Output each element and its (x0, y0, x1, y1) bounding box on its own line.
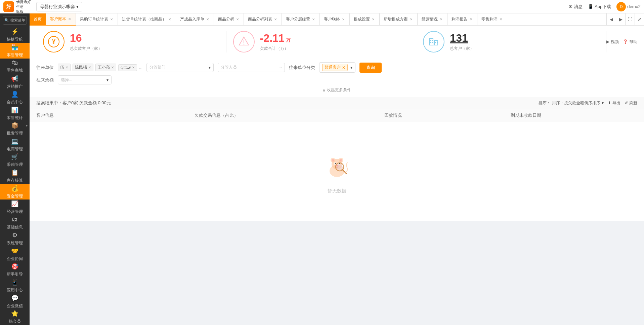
sidebar-item-new-guide[interactable]: 🎯 新手引导 (0, 262, 30, 278)
guide-icon: 🎯 (11, 263, 18, 270)
export-btn[interactable]: ⬆ 导出 (608, 100, 620, 106)
tab-close-icon[interactable]: ✕ (168, 17, 172, 21)
tab-product-analysis-list[interactable]: 商品分析列表 ✕ (244, 13, 282, 26)
sidebar-item-basic-info[interactable]: 🗂 基础信息 (0, 215, 30, 231)
business-icon: 📈 (11, 200, 18, 208)
message-btn[interactable]: ✉ 消息 (569, 4, 583, 10)
refresh-btn[interactable]: ↺ 刷新 (625, 100, 637, 106)
sidebar-item-marketing[interactable]: 📢 营销推广 (0, 74, 30, 90)
tag-close-icon[interactable]: ✕ (111, 66, 114, 69)
sidebar-item-quick-nav[interactable]: ⚡ 快捷导航 (0, 27, 30, 43)
sidebar-item-retail-stat[interactable]: 📊 零售统计 (0, 106, 30, 121)
svg-rect-13 (437, 42, 438, 43)
balance-select[interactable]: 选择... ▾ (58, 75, 112, 84)
dept-select[interactable]: 分管部门 ▾ (146, 63, 214, 72)
sidebar-item-inventory[interactable]: 📋 库存核算 (0, 168, 30, 184)
marketing-icon: 📢 (11, 75, 18, 82)
sidebar-item-app-center[interactable]: 📱 应用中心 (0, 278, 30, 294)
empty-text: 暂无数据 (328, 188, 346, 194)
sidebar-item-purchase[interactable]: 🛒 采购管理 (0, 153, 30, 169)
tab-close-icon[interactable]: ✕ (206, 17, 210, 21)
tab-close-icon[interactable]: ✕ (499, 17, 503, 21)
sort-select[interactable]: 排序： 排序：按欠款金额倒序排序 ▾ (539, 100, 604, 106)
sidebar-item-system[interactable]: ⚙ 系统管理 (0, 231, 30, 247)
tab-close-icon[interactable]: ✕ (469, 17, 473, 21)
sidebar-item-member[interactable]: 👤 会员中心 (0, 90, 30, 106)
svg-rect-9 (432, 40, 433, 41)
tab-new-success-plan[interactable]: 新增提成方案 ✕ (380, 13, 418, 26)
sidebar-item-retail-mall[interactable]: 🛍 零售商城 (0, 59, 30, 74)
stat-text-amount: -2.11 万 欠款合计（万） (260, 32, 291, 51)
tab-close-icon[interactable]: ✕ (439, 17, 443, 21)
sidebar-item-ecommerce[interactable]: 💻 电商管理 (0, 137, 30, 153)
play-icon: ▶ (606, 39, 609, 44)
sidebar-item-retail-manage[interactable]: 🏪 零售管理 (0, 43, 30, 59)
tab-product-inbound[interactable]: 产成品入库单 ✕ (176, 13, 214, 26)
unit-tag-wu[interactable]: 伍 ✕ (58, 64, 71, 71)
tab-prompt-settings[interactable]: 提成设置 ✕ (350, 13, 380, 26)
tab-close-icon[interactable]: ✕ (371, 17, 375, 21)
chevron-down-icon: ▾ (350, 65, 352, 70)
logo-icon: 好 (3, 1, 14, 12)
sidebar-item-business[interactable]: 📈 经营管理 (0, 200, 30, 215)
sidebar-item-pro-member[interactable]: ⭐ 畅会员 (0, 309, 30, 325)
help-btn[interactable]: ❓ 帮助 (623, 39, 637, 45)
tab-profit-report[interactable]: 利润报告 ✕ (447, 13, 477, 26)
stat-value-overdue-customers: 16 (70, 32, 102, 44)
person-select[interactable]: 分管人员 ··· (218, 63, 285, 72)
query-btn[interactable]: 查询 (359, 63, 382, 73)
sidebar-item-wholesale[interactable]: 📦 批发管理 ▾ (0, 121, 30, 137)
tab-business-status[interactable]: 经营情况 ✕ (418, 13, 447, 26)
tab-close-icon[interactable]: ✕ (235, 17, 240, 21)
page-content: ¥ 16 总欠款客户（家） (30, 26, 644, 325)
sidebar-item-enterprise-coop[interactable]: 🤝 企业协同 (0, 247, 30, 262)
tab-purchase-order[interactable]: 采购订单统计表 ✕ (76, 13, 118, 26)
tab-customer-layer[interactable]: 客户分层经营 ✕ (282, 13, 320, 26)
col-header-repayment: 回款情况 (384, 112, 511, 118)
search-menu-btn[interactable]: 🔍 搜索菜单 (3, 16, 27, 25)
tab-retail-profit[interactable]: 零售利润 ✕ (477, 13, 507, 26)
tab-close-icon[interactable]: ✕ (311, 17, 315, 21)
svg-text:¥: ¥ (52, 38, 55, 45)
empty-state: 暂无数据 (30, 122, 644, 221)
tag-remove-icon[interactable]: ✕ (342, 65, 345, 70)
unit-class-select[interactable]: 普通客户 ✕ ▾ (319, 62, 355, 73)
collapse-btn[interactable]: ∧ 收起更多条件 (323, 87, 351, 93)
sidebar-item-fund[interactable]: 💰 资金管理 (0, 184, 30, 200)
stat-label-overdue-customers: 总欠款客户（家） (70, 46, 102, 51)
sidebar-search-area: 🔍 搜索菜单 (0, 13, 30, 27)
tab-close-icon[interactable]: ✕ (409, 17, 413, 21)
unit-tag-chen[interactable]: 陈民强 ✕ (73, 64, 93, 71)
tab-customer-account[interactable]: 客户账本 ✕ (46, 13, 76, 26)
user-profile[interactable]: D demo2 (616, 2, 641, 11)
tab-inbound-stat[interactable]: 进货单统计表（按商品） ✕ (118, 13, 176, 26)
account-selector[interactable]: 母婴行业演示帐套 ▾ (36, 2, 82, 11)
top-bar-right: ✉ 消息 📱 App下载 D demo2 (569, 2, 641, 11)
tab-close-icon[interactable]: ✕ (110, 17, 114, 21)
svg-rect-12 (435, 42, 436, 43)
tab-home[interactable]: 首页 (30, 13, 46, 26)
tab-prev-btn[interactable]: ◀ (606, 13, 616, 26)
app-download-btn[interactable]: 📱 App下载 (588, 4, 611, 10)
unit-tag-cjttcw[interactable]: cjttcw ✕ (118, 64, 137, 71)
tab-close-icon[interactable]: ✕ (273, 17, 277, 21)
video-btn[interactable]: ▶ 视频 (606, 39, 619, 45)
tab-close-icon[interactable]: ✕ (341, 17, 345, 21)
more-tags-btn[interactable]: ... (139, 65, 142, 70)
svg-rect-8 (430, 40, 431, 41)
unit-tag-wang[interactable]: 王小亮 ✕ (95, 64, 116, 71)
tag-close-icon[interactable]: ✕ (132, 66, 135, 69)
col-header-due-date: 到期未收款日期 (511, 112, 637, 118)
empty-illustration (320, 149, 354, 183)
filter-row-2: 往来余额 选择... ▾ (36, 75, 637, 84)
tab-product-analysis[interactable]: 商品分析 ✕ (214, 13, 244, 26)
tab-fullscreen-btn[interactable]: ⤢ (635, 13, 644, 26)
tag-close-icon[interactable]: ✕ (66, 66, 68, 69)
tag-close-icon[interactable]: ✕ (88, 66, 91, 69)
tab-close-icon[interactable]: ✕ (68, 17, 72, 21)
tab-customer-contact[interactable]: 客户联络 ✕ (320, 13, 350, 26)
sidebar-item-enterprise-wechat[interactable]: 💬 企业微信 (0, 294, 30, 310)
tab-expand-btn[interactable]: ⛶ (625, 13, 635, 26)
tab-next-btn[interactable]: ▶ (616, 13, 625, 26)
svg-rect-10 (430, 42, 431, 43)
